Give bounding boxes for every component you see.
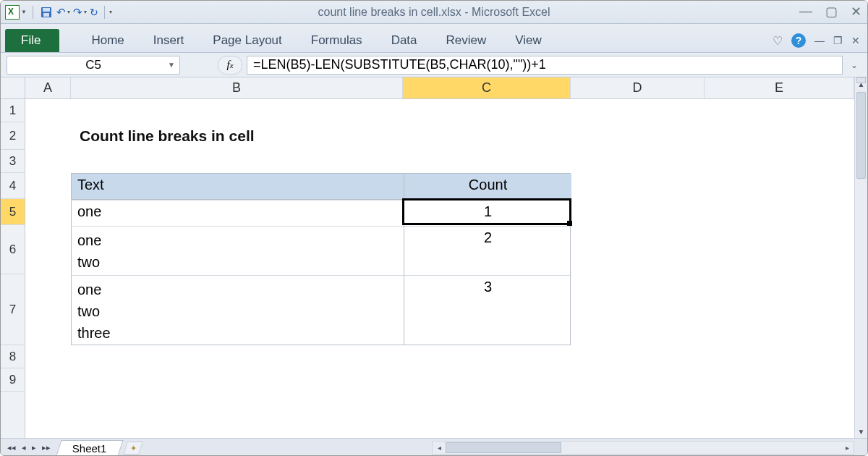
- redo-dropdown-icon[interactable]: ▾: [84, 9, 87, 15]
- name-box[interactable]: C5 ▼: [7, 56, 180, 75]
- table-cell-count: 1: [404, 200, 571, 226]
- workbook-restore-icon[interactable]: ❐: [833, 35, 843, 46]
- fx-button[interactable]: fx: [218, 56, 242, 75]
- tab-data[interactable]: Data: [377, 29, 432, 52]
- formula-input[interactable]: [247, 56, 843, 75]
- table-cell-text: one two three: [72, 275, 404, 346]
- table-cell-count: 2: [404, 226, 571, 275]
- sheet-tab-bar: ◂◂ ◂ ▸ ▸▸ Sheet1 ✦ ◂ ▸: [1, 438, 867, 456]
- table-cell-text: one two: [72, 226, 404, 275]
- new-sheet-button[interactable]: ✦: [123, 442, 143, 455]
- col-header-b[interactable]: B: [71, 77, 403, 98]
- sheet-tab-label: Sheet1: [72, 442, 107, 455]
- horizontal-scrollbar[interactable]: ◂ ▸: [432, 441, 854, 455]
- tab-page-layout[interactable]: Page Layout: [198, 29, 296, 52]
- workbook-close-icon[interactable]: ✕: [851, 35, 860, 46]
- ribbon: File Home Insert Page Layout Formulas Da…: [1, 24, 867, 53]
- window-title: count line breaks in cell.xlsx - Microso…: [1, 6, 867, 19]
- row-header-5[interactable]: 5: [1, 199, 25, 225]
- qat-dropdown-icon[interactable]: ▼: [21, 9, 27, 15]
- sheet-tab[interactable]: Sheet1: [56, 440, 123, 456]
- refresh-icon[interactable]: ↻: [90, 7, 98, 18]
- row-header-9[interactable]: 9: [1, 368, 25, 392]
- row-header-8[interactable]: 8: [1, 345, 25, 368]
- column-headers: A B C D E: [25, 77, 854, 99]
- minimize-icon[interactable]: ―: [799, 4, 812, 20]
- svg-rect-2: [43, 13, 49, 17]
- workbook-minimize-icon[interactable]: ―: [814, 35, 825, 46]
- row-header-1[interactable]: 1: [1, 99, 25, 122]
- title-bar: ▼ ↶▾ ↷▾ ↻ ▾ count line breaks in cell.xl…: [1, 1, 867, 24]
- sheet-nav-prev-icon[interactable]: ◂: [20, 442, 28, 454]
- table-cell-text: one: [72, 200, 404, 226]
- table-header-text: Text: [72, 174, 404, 200]
- excel-logo-icon: [5, 5, 20, 20]
- save-icon[interactable]: [39, 5, 54, 20]
- new-sheet-icon: ✦: [129, 443, 136, 452]
- qat-customize-icon[interactable]: ▾: [109, 9, 112, 15]
- separator: [33, 6, 33, 19]
- scroll-right-icon[interactable]: ▸: [841, 444, 854, 452]
- col-header-e[interactable]: E: [705, 77, 854, 98]
- row-header-2[interactable]: 2: [1, 122, 25, 150]
- separator: [104, 6, 105, 19]
- row-headers: 1 2 3 4 5 6 7 8 9: [1, 99, 25, 438]
- ribbon-minimize-icon[interactable]: ♡: [773, 34, 783, 48]
- formula-expand-icon[interactable]: ⌄: [847, 60, 861, 70]
- col-header-d[interactable]: D: [571, 77, 705, 98]
- col-header-a[interactable]: A: [25, 77, 71, 98]
- row-header-7[interactable]: 7: [1, 274, 25, 345]
- help-icon[interactable]: ?: [791, 33, 806, 48]
- sheet-nav-last-icon[interactable]: ▸▸: [40, 442, 53, 454]
- formula-bar: C5 ▼ fx ⌄: [1, 53, 867, 77]
- close-icon[interactable]: ✕: [851, 4, 861, 20]
- scroll-thumb[interactable]: [446, 442, 561, 453]
- table-cell-count: 3: [404, 275, 571, 346]
- row-header-3[interactable]: 3: [1, 150, 25, 173]
- file-tab[interactable]: File: [5, 29, 59, 52]
- row-header-4[interactable]: 4: [1, 173, 25, 199]
- scroll-left-icon[interactable]: ◂: [433, 444, 446, 452]
- maximize-icon[interactable]: ▢: [825, 4, 838, 20]
- undo-dropdown-icon[interactable]: ▾: [67, 9, 70, 15]
- name-box-dropdown-icon[interactable]: ▼: [168, 61, 175, 69]
- window-controls: ― ▢ ✕: [799, 4, 861, 20]
- scroll-down-icon[interactable]: ▼: [855, 425, 867, 438]
- tab-formulas[interactable]: Formulas: [297, 29, 377, 52]
- sheet-nav-first-icon[interactable]: ◂◂: [5, 442, 18, 454]
- sheet-nav-next-icon[interactable]: ▸: [30, 442, 38, 454]
- undo-icon[interactable]: ↶: [56, 6, 66, 19]
- vertical-scrollbar[interactable]: ▲ ▼: [854, 77, 867, 438]
- col-header-c[interactable]: C: [403, 77, 571, 98]
- quick-access-toolbar: ▼ ↶▾ ↷▾ ↻ ▾: [1, 5, 112, 20]
- svg-rect-1: [43, 8, 50, 12]
- grid[interactable]: Count line breaks in cell Text Count one…: [25, 99, 854, 438]
- data-table: Text Count one 1 one two 2 one two three…: [71, 173, 571, 345]
- sheet-nav: ◂◂ ◂ ▸ ▸▸: [1, 442, 53, 454]
- table-header-count: Count: [404, 174, 571, 200]
- tab-view[interactable]: View: [501, 29, 556, 52]
- worksheet: A B C D E 1 2 3 4 5 6 7 8 9 Count line b…: [1, 77, 867, 438]
- name-box-value: C5: [85, 58, 101, 72]
- row-header-6[interactable]: 6: [1, 225, 25, 274]
- split-handle[interactable]: [856, 77, 866, 83]
- scroll-track[interactable]: [446, 442, 841, 454]
- tab-review[interactable]: Review: [432, 29, 501, 52]
- scroll-thumb[interactable]: [856, 92, 866, 179]
- sheet-heading: Count line breaks in cell: [75, 125, 259, 147]
- tab-insert[interactable]: Insert: [139, 29, 199, 52]
- tab-home[interactable]: Home: [77, 29, 138, 52]
- redo-icon[interactable]: ↷: [73, 6, 82, 19]
- select-all-corner[interactable]: [1, 77, 25, 99]
